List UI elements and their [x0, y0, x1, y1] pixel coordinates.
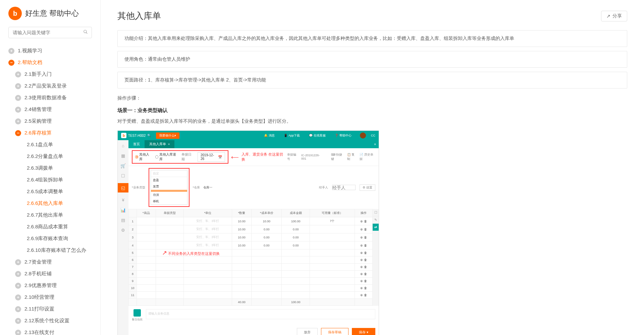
nav-item[interactable]: 2.6.1盘点单	[8, 139, 100, 151]
nav-item[interactable]: 2.13在线支付	[8, 327, 100, 335]
expand-icon[interactable]	[15, 306, 21, 312]
nav-item[interactable]: 2.5采购管理	[8, 115, 100, 127]
close-icon[interactable]: ×	[168, 143, 170, 146]
collapse-icon[interactable]	[15, 130, 21, 136]
expand-icon[interactable]	[15, 294, 21, 300]
nav-label: 2.6.2分量盘点单	[27, 153, 63, 160]
table-row[interactable]: 6⊕ 🗑	[129, 257, 373, 264]
radio-return[interactable]: 其他入库退库	[155, 152, 178, 162]
cart-icon[interactable]: 🛒	[120, 163, 126, 168]
table-row[interactable]: 8⊕ 🗑	[129, 271, 373, 278]
search-icon[interactable]	[83, 30, 88, 36]
table-row[interactable]: 10⊕ 🗑	[129, 285, 373, 292]
share-icon: ↗	[606, 13, 610, 19]
warehouse-icon[interactable]: ◱	[118, 183, 128, 192]
nav-item[interactable]: 2.6.9库存账本查询	[8, 233, 100, 244]
nav-item[interactable]: 2.8手机旺铺	[8, 268, 100, 280]
side-tab-1[interactable]: ☐	[373, 209, 379, 216]
app-logo-icon: b	[121, 133, 126, 138]
user-avatar[interactable]	[360, 132, 366, 138]
expand-icon[interactable]	[15, 271, 21, 277]
expand-icon[interactable]	[15, 318, 21, 324]
nav-item[interactable]: 2.12系统个性化设置	[8, 315, 100, 327]
nav-item[interactable]: 2.6.8商品成本重算	[8, 221, 100, 233]
nav-item[interactable]: 2.9优惠券管理	[8, 280, 100, 291]
table-row[interactable]: 1安打、车、3车打10.0010.00100.007个⊕ 🗑	[129, 217, 373, 225]
remark-input[interactable]: 请输入业务信息	[146, 309, 375, 319]
expand-icon[interactable]	[15, 283, 21, 289]
table-row[interactable]: 2安打、车、3车打10.000.000.00⊕ 🗑	[129, 225, 373, 233]
app-search-icon[interactable]: 🔍	[147, 134, 151, 137]
nav-item[interactable]: 2.6库存核算	[8, 127, 100, 139]
expand-icon[interactable]	[15, 330, 21, 335]
nav-item[interactable]: 2.6.7其他出库单	[8, 209, 100, 221]
side-tab-2[interactable]: ✎	[373, 216, 379, 224]
nav-item[interactable]: 2.6.5成本调整单	[8, 186, 100, 198]
cancel-button[interactable]: 放弃	[297, 328, 318, 335]
column-header	[129, 209, 137, 217]
expand-icon[interactable]	[15, 118, 21, 124]
save-button[interactable]: 保存 ▾	[352, 328, 375, 335]
nav-item[interactable]: 2.4销售管理	[8, 104, 100, 115]
side-tab-3[interactable]: ⇄	[373, 224, 379, 231]
expand-icon[interactable]	[15, 95, 21, 101]
tab-close-all[interactable]: ×	[374, 143, 379, 146]
share-button[interactable]: ↗ 分享	[601, 11, 627, 21]
app-header: b TEST-H002 🔍 我要做什么▾ 🔔消息 📱App下载 💬在线客服 ❓帮…	[118, 131, 379, 140]
app-support-link[interactable]: 💬在线客服	[309, 133, 326, 138]
nav-label: 2.6.3调拨单	[27, 165, 53, 171]
nav-item[interactable]: 2.10经营管理	[8, 291, 100, 303]
tab-bar: 首页 其他入库单× ×	[128, 140, 379, 148]
nav-item[interactable]: 2.6.3调拨单	[8, 162, 100, 174]
nav-item[interactable]: 2.1新手入门	[8, 68, 100, 80]
nav-item[interactable]: 2.6.4组装拆卸单	[8, 174, 100, 186]
radio-inbound[interactable]: 其他入库	[135, 152, 152, 162]
table-row[interactable]: 7⊕ 🗑	[129, 264, 373, 271]
expand-icon[interactable]	[15, 107, 21, 113]
expand-icon[interactable]	[15, 83, 21, 89]
table-row[interactable]: 11⊕ 🗑	[129, 292, 373, 299]
table-row[interactable]: 9⊕ 🗑	[129, 278, 373, 285]
nav-item[interactable]: 2.2产品安装及登录	[8, 80, 100, 92]
operator-input[interactable]	[332, 185, 356, 190]
nav-item[interactable]: 2.6.6其他入库单	[8, 198, 100, 209]
grid-icon[interactable]: ▤	[120, 217, 126, 223]
nav-item[interactable]: 2.帮助文档	[8, 57, 100, 68]
search-input[interactable]	[8, 27, 92, 38]
expand-icon[interactable]	[15, 71, 21, 77]
nav-item[interactable]: 2.6.2分量盘点单	[8, 151, 100, 162]
box-icon[interactable]: ☐	[120, 173, 126, 178]
date-input[interactable]: 2019-12-26📅	[198, 152, 225, 162]
nav-label: 2.3使用前数据准备	[24, 95, 67, 101]
biztype-dropdown[interactable]: 自定 盘盈 发票 功演 移机	[151, 170, 187, 205]
path-label: 页面路径：	[124, 77, 148, 82]
draft-button[interactable]: 保存草稿	[321, 328, 348, 335]
nav-label: 2.1新手入门	[24, 71, 52, 77]
role-box: 使用角色：通常由仓管人员维护	[117, 51, 627, 68]
path-text: 1、库存核算->库存管理->其他入库单 2、首页->常用功能	[148, 77, 266, 82]
app-msg-link[interactable]: 🔔消息	[264, 133, 275, 138]
money-icon[interactable]: ¥	[120, 197, 126, 203]
table-row[interactable]: 4安打、车、3车打10.000.000.00⊕ 🗑	[129, 241, 373, 249]
tab-inbound[interactable]: 其他入库单×	[145, 140, 174, 148]
home-icon[interactable]: ⌂	[120, 143, 126, 148]
collapse-icon[interactable]	[8, 60, 14, 66]
table-row[interactable]: 3安打、车、3车打10.000.000.00⊕ 🗑	[129, 233, 373, 241]
intro-label: 功能介绍：	[124, 36, 148, 41]
tab-home[interactable]: 首页	[128, 140, 145, 148]
nav-item[interactable]: 2.3使用前数据准备	[8, 92, 100, 104]
doc-icon[interactable]: ▦	[120, 153, 126, 158]
settings-button[interactable]: ⚙ 设置	[360, 184, 375, 191]
nav-item[interactable]: 1.视频学习	[8, 45, 100, 57]
chart-icon[interactable]: 📊	[120, 207, 126, 213]
app-download-link[interactable]: 📱App下载	[284, 133, 300, 138]
gear-icon[interactable]: ⚙	[120, 227, 126, 233]
expand-icon[interactable]	[15, 259, 21, 265]
app-main-action[interactable]: 我要做什么▾	[156, 132, 179, 139]
nav-label: 2.7资金管理	[24, 259, 52, 265]
nav-item[interactable]: 2.11打印设置	[8, 303, 100, 315]
expand-icon[interactable]	[8, 48, 14, 54]
nav-item[interactable]: 2.6.10库存账本错了怎么办	[8, 244, 100, 256]
nav-item[interactable]: 2.7资金管理	[8, 256, 100, 268]
app-help-link[interactable]: ❓帮助中心	[335, 133, 352, 138]
